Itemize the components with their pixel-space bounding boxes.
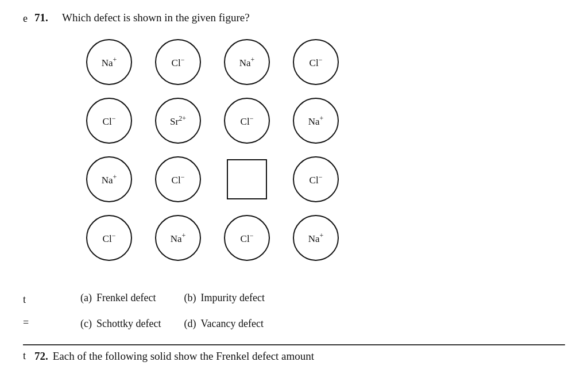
cell-r3c3-vacancy <box>218 153 276 205</box>
cell-r1c2: Cl− <box>149 36 207 88</box>
ion-Na-plus-1: Na+ <box>86 39 132 85</box>
answer-a: (a) Frenkel defect <box>80 288 161 308</box>
cell-r1c4: Cl− <box>287 36 345 88</box>
answer-a-text: Frenkel defect <box>96 292 156 304</box>
ion-Na-plus-5: Na+ <box>155 215 201 261</box>
question-number: 71. <box>34 11 57 24</box>
side-marker-eq: = <box>23 317 34 329</box>
ion-Na-plus-4: Na+ <box>86 156 132 202</box>
cell-r3c2: Cl− <box>149 153 207 205</box>
cell-r1c1: Na+ <box>80 36 138 88</box>
side-marker-t2: t <box>23 350 34 362</box>
cell-r1c3: Na+ <box>218 36 276 88</box>
answers-grid: (a) Frenkel defect (b) Impurity defect (… <box>80 288 265 334</box>
ion-Cl-minus-6: Cl− <box>293 156 339 202</box>
answer-c-label: (c) <box>80 318 92 330</box>
next-question-number: 72. <box>34 350 48 363</box>
ion-Cl-minus-4: Cl− <box>224 98 270 144</box>
cell-r2c1: Cl− <box>80 95 138 147</box>
cell-r3c4: Cl− <box>287 153 345 205</box>
cell-r4c2: Na+ <box>149 212 207 264</box>
ion-Cl-minus-3: Cl− <box>86 98 132 144</box>
answer-d-label: (d) <box>184 318 196 330</box>
question-text: Which defect is shown in the given figur… <box>62 11 250 24</box>
ion-Na-plus-2: Na+ <box>224 39 270 85</box>
ion-Cl-minus-2: Cl− <box>293 39 339 85</box>
answer-a-label: (a) <box>80 292 92 304</box>
answer-c-text: Schottky defect <box>96 318 161 330</box>
ion-Cl-minus-1: Cl− <box>155 39 201 85</box>
ion-Cl-minus-5: Cl− <box>155 156 201 202</box>
cell-r2c4: Na+ <box>287 95 345 147</box>
ion-grid: Na+ Cl− Na+ Cl− Cl− <box>80 36 345 264</box>
cell-r4c3: Cl− <box>218 212 276 264</box>
cell-r4c4: Na+ <box>287 212 345 264</box>
vacancy-box <box>227 159 267 199</box>
answer-c: (c) Schottky defect <box>80 314 161 334</box>
ion-Sr-2plus: Sr2+ <box>155 98 201 144</box>
answer-b: (b) Impurity defect <box>184 288 264 308</box>
side-marker-t: t <box>23 294 34 306</box>
page: e 71. Which defect is shown in the given… <box>0 0 588 374</box>
ion-Cl-minus-7: Cl− <box>86 215 132 261</box>
cell-r2c3: Cl− <box>218 95 276 147</box>
cell-r4c1: Cl− <box>80 212 138 264</box>
ion-Cl-minus-8: Cl− <box>224 215 270 261</box>
answer-b-label: (b) <box>184 292 196 304</box>
cell-r3c1: Na+ <box>80 153 138 205</box>
answer-b-text: Impurity defect <box>200 292 264 304</box>
answer-d-text: Vacancy defect <box>200 318 263 330</box>
next-question-text: Each of the following solid show the Fre… <box>53 350 314 363</box>
side-marker-e: e <box>23 11 34 25</box>
ion-Na-plus-6: Na+ <box>293 215 339 261</box>
answer-d: (d) Vacancy defect <box>184 314 264 334</box>
cell-r2c2: Sr2+ <box>149 95 207 147</box>
ion-Na-plus-3: Na+ <box>293 98 339 144</box>
